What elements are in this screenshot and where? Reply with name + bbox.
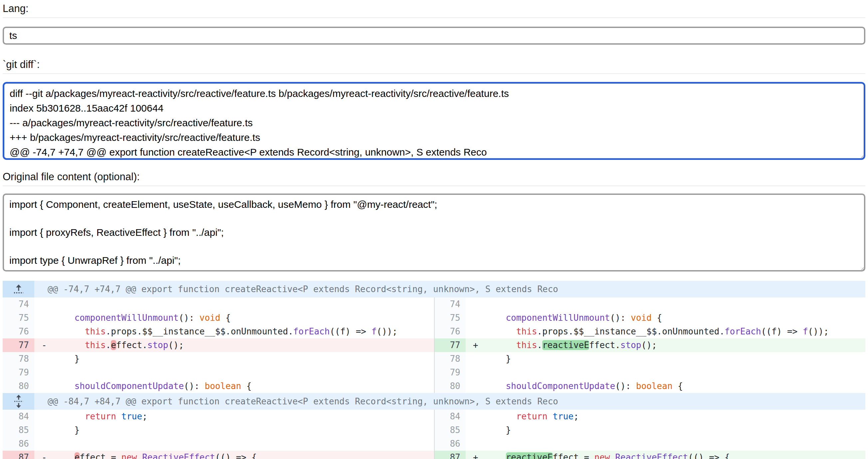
line-marker <box>473 366 485 379</box>
line-number-new[interactable]: 79 <box>434 366 466 379</box>
line-marker <box>473 352 485 366</box>
expand-split-icon[interactable] <box>12 394 26 409</box>
line-number-new[interactable]: 77 <box>434 338 466 352</box>
code-line-new: + reactiveEffect = new ReactiveEffect(()… <box>466 451 865 459</box>
code-line-old <box>34 297 434 311</box>
line-marker <box>41 366 54 379</box>
code-text: } <box>54 354 80 364</box>
line-marker <box>41 423 54 437</box>
original-content-label: Original file content (optional): <box>3 171 865 186</box>
line-marker <box>473 437 485 451</box>
line-number-new[interactable]: 75 <box>434 311 466 325</box>
expand-split-button[interactable] <box>3 393 34 410</box>
hunk-header: @@ -84,7 +84,7 @@ export function create… <box>34 393 865 410</box>
code-line-old: } <box>34 352 434 366</box>
diff-view: @@ -74,7 +74,7 @@ export function create… <box>3 281 865 459</box>
line-marker <box>473 410 485 423</box>
line-number-new[interactable]: 87 <box>434 451 466 459</box>
insert-marker: + <box>473 451 485 459</box>
line-number-old[interactable]: 84 <box>3 410 34 423</box>
line-marker <box>41 352 54 366</box>
lang-label: Lang: <box>3 3 865 18</box>
line-marker <box>473 297 485 311</box>
code-line-new: shouldComponentUpdate(): boolean { <box>466 379 865 393</box>
code-text: } <box>54 425 80 435</box>
delete-marker: - <box>41 451 54 459</box>
line-marker <box>41 437 54 451</box>
delete-marker: - <box>41 338 54 352</box>
code-line-old <box>34 366 434 379</box>
line-number-new[interactable]: 80 <box>434 379 466 393</box>
line-number-old[interactable]: 76 <box>3 325 34 338</box>
line-number-new[interactable]: 76 <box>434 325 466 338</box>
line-number-old[interactable]: 78 <box>3 352 34 366</box>
code-line-old: - effect = new ReactiveEffect(() => { <box>34 451 434 459</box>
original-content-textarea[interactable] <box>3 194 865 271</box>
code-line-new: + this.reactiveEffect.stop(); <box>466 338 865 352</box>
code-text: this.props.$$__instance__$$.onUnmounted.… <box>54 326 397 337</box>
line-number-old[interactable]: 79 <box>3 366 34 379</box>
code-line-old: this.props.$$__instance__$$.onUnmounted.… <box>34 325 434 338</box>
hunk-header: @@ -74,7 +74,7 @@ export function create… <box>34 281 865 297</box>
code-line-new <box>466 297 865 311</box>
code-text: } <box>485 425 511 435</box>
line-marker <box>473 311 485 325</box>
line-marker <box>41 297 54 311</box>
line-marker <box>41 325 54 338</box>
code-line-new: this.props.$$__instance__$$.onUnmounted.… <box>466 325 865 338</box>
code-line-new: } <box>466 352 865 366</box>
lang-input[interactable] <box>3 27 865 45</box>
code-line-old: componentWillUnmount(): void { <box>34 311 434 325</box>
code-text: } <box>485 354 511 364</box>
line-number-old[interactable]: 77 <box>3 338 34 352</box>
line-number-old[interactable]: 80 <box>3 379 34 393</box>
code-line-new <box>466 366 865 379</box>
line-number-new[interactable]: 85 <box>434 423 466 437</box>
code-line-new: return true; <box>466 410 865 423</box>
code-line-new <box>466 437 865 451</box>
line-number-new[interactable]: 84 <box>434 410 466 423</box>
code-line-old: return true; <box>34 410 434 423</box>
git-diff-label: `git diff`: <box>3 59 865 74</box>
page: Lang: `git diff`: Original file content … <box>0 3 868 459</box>
code-line-old: } <box>34 423 434 437</box>
line-number-new[interactable]: 74 <box>434 297 466 311</box>
code-text: componentWillUnmount(): void { <box>485 313 662 323</box>
expand-up-icon[interactable] <box>12 283 26 295</box>
code-text: this.reactiveEffect.stop(); <box>485 340 657 350</box>
code-text: reactiveEffect = new ReactiveEffect(() =… <box>485 452 730 459</box>
line-number-old[interactable]: 75 <box>3 311 34 325</box>
line-marker <box>41 410 54 423</box>
line-marker <box>473 423 485 437</box>
code-text: shouldComponentUpdate(): boolean { <box>485 381 683 391</box>
line-number-new[interactable]: 78 <box>434 352 466 366</box>
code-text: effect = new ReactiveEffect(() => { <box>54 452 257 459</box>
line-number-new[interactable]: 86 <box>434 437 466 451</box>
code-line-old: - this.effect.stop(); <box>34 338 434 352</box>
line-marker <box>473 325 485 338</box>
code-text: this.effect.stop(); <box>54 340 184 350</box>
code-text: this.props.$$__instance__$$.onUnmounted.… <box>485 326 829 337</box>
git-diff-textarea[interactable] <box>3 82 865 160</box>
line-number-old[interactable]: 85 <box>3 423 34 437</box>
line-number-old[interactable]: 86 <box>3 437 34 451</box>
line-marker <box>473 379 485 393</box>
code-text: return true; <box>54 411 148 421</box>
line-number-old[interactable]: 74 <box>3 297 34 311</box>
line-marker <box>41 311 54 325</box>
code-text: shouldComponentUpdate(): boolean { <box>54 381 252 391</box>
code-line-new: componentWillUnmount(): void { <box>466 311 865 325</box>
code-text: componentWillUnmount(): void { <box>54 313 230 323</box>
code-line-old: shouldComponentUpdate(): boolean { <box>34 379 434 393</box>
insert-marker: + <box>473 338 485 352</box>
code-line-new: } <box>466 423 865 437</box>
code-text: return true; <box>485 411 579 421</box>
code-line-old <box>34 437 434 451</box>
expand-up-button[interactable] <box>3 281 34 297</box>
line-number-old[interactable]: 87 <box>3 451 34 459</box>
line-marker <box>41 379 54 393</box>
